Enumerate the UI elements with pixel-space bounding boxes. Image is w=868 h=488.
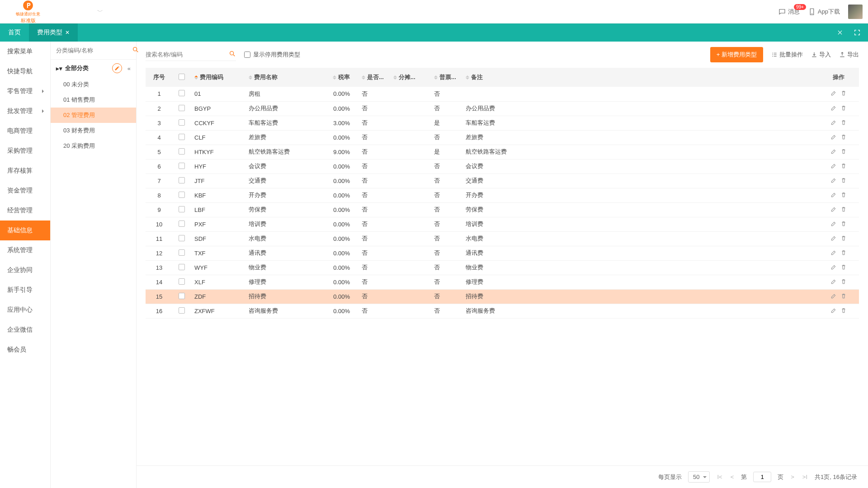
table-row[interactable]: 2BGYP办公用品费0.00%否否办公用品费 xyxy=(146,101,859,116)
row-edit-button[interactable] xyxy=(830,90,837,96)
row-checkbox[interactable] xyxy=(179,90,185,96)
cell-checkbox[interactable] xyxy=(173,202,191,217)
sidebar-item-13[interactable]: 应用中心 xyxy=(0,300,50,320)
cell-checkbox[interactable] xyxy=(173,275,191,289)
category-search-input[interactable] xyxy=(56,47,132,54)
row-delete-button[interactable] xyxy=(840,293,847,299)
row-edit-button[interactable] xyxy=(830,177,837,183)
category-item-1[interactable]: 01 销售费用 xyxy=(51,92,136,108)
pager-first-button[interactable]: I< xyxy=(716,473,723,481)
cell-checkbox[interactable] xyxy=(173,145,191,159)
table-row[interactable]: 14XLF修理费0.00%否否修理费 xyxy=(146,275,859,289)
table-row[interactable]: 12TXF通讯费0.00%否否通讯费 xyxy=(146,246,859,260)
add-expense-type-button[interactable]: + 新增费用类型 xyxy=(710,47,763,62)
table-row[interactable]: 13WYF物业费0.00%否否物业费 xyxy=(146,260,859,275)
sidebar-item-7[interactable]: 资金管理 xyxy=(0,181,50,201)
cell-checkbox[interactable] xyxy=(173,130,191,145)
row-checkbox[interactable] xyxy=(179,221,185,227)
col-note[interactable]: 备注 xyxy=(462,68,818,87)
row-edit-button[interactable] xyxy=(830,249,837,256)
row-edit-button[interactable] xyxy=(830,264,837,270)
show-disabled-checkbox[interactable]: 显示停用费用类型 xyxy=(244,51,300,59)
row-edit-button[interactable] xyxy=(830,206,837,212)
row-delete-button[interactable] xyxy=(840,249,847,256)
col-ticket[interactable]: 普票... xyxy=(426,68,462,87)
cell-checkbox[interactable] xyxy=(173,174,191,188)
row-checkbox[interactable] xyxy=(179,119,185,126)
table-row[interactable]: 4CLF差旅费0.00%否否差旅费 xyxy=(146,130,859,145)
col-code[interactable]: 费用编码 xyxy=(191,68,245,87)
cell-checkbox[interactable] xyxy=(173,260,191,275)
row-delete-button[interactable] xyxy=(840,221,847,227)
table-row[interactable]: 11SDF水电费0.00%否否水电费 xyxy=(146,231,859,246)
row-checkbox[interactable] xyxy=(179,192,185,198)
sidebar-item-4[interactable]: 电商管理 xyxy=(0,121,50,141)
col-rate[interactable]: 税率 xyxy=(317,68,354,87)
row-delete-button[interactable] xyxy=(840,105,847,111)
row-checkbox[interactable] xyxy=(179,177,185,183)
row-checkbox[interactable] xyxy=(179,307,185,314)
pager-page-input[interactable] xyxy=(753,472,771,482)
row-edit-button[interactable] xyxy=(830,163,837,169)
tabbar-close-button[interactable] xyxy=(834,26,846,39)
cell-checkbox[interactable] xyxy=(173,159,191,174)
tree-toggle-icon[interactable]: ▸▾ xyxy=(56,65,62,72)
cell-checkbox[interactable] xyxy=(173,101,191,116)
sidebar-item-5[interactable]: 采购管理 xyxy=(0,141,50,161)
row-checkbox[interactable] xyxy=(179,148,185,155)
col-name[interactable]: 费用名称 xyxy=(245,68,317,87)
row-checkbox[interactable] xyxy=(179,163,185,169)
row-delete-button[interactable] xyxy=(840,278,847,285)
sidebar-item-8[interactable]: 经营管理 xyxy=(0,201,50,221)
tab-close-icon[interactable]: ✕ xyxy=(65,29,70,36)
sidebar-item-9[interactable]: 基础信息 xyxy=(0,221,50,240)
row-delete-button[interactable] xyxy=(840,206,847,212)
category-item-2[interactable]: 02 管理费用 xyxy=(51,108,136,123)
table-row[interactable]: 10PXF培训费0.00%否否培训费 xyxy=(146,217,859,231)
sidebar-item-1[interactable]: 快捷导航 xyxy=(0,61,50,81)
sidebar-item-10[interactable]: 系统管理 xyxy=(0,240,50,260)
tab-0[interactable]: 首页 xyxy=(0,23,29,42)
row-edit-button[interactable] xyxy=(830,235,837,241)
table-row[interactable]: 3CCKYF车船客运费3.00%否是车船客运费 xyxy=(146,116,859,130)
col-share[interactable]: 分摊... xyxy=(390,68,426,87)
cell-checkbox[interactable] xyxy=(173,87,191,101)
row-edit-button[interactable] xyxy=(830,278,837,285)
table-row[interactable]: 15ZDF招待费0.00%否否招待费 xyxy=(146,289,859,304)
sidebar-item-15[interactable]: 畅会员 xyxy=(0,340,50,360)
table-row[interactable]: 7JTF交通费0.00%否否交通费 xyxy=(146,174,859,188)
row-checkbox[interactable] xyxy=(179,249,185,256)
collapse-panel-button[interactable]: « xyxy=(127,65,131,72)
row-delete-button[interactable] xyxy=(840,192,847,198)
row-checkbox[interactable] xyxy=(179,206,185,212)
row-checkbox[interactable] xyxy=(179,264,185,270)
row-checkbox[interactable] xyxy=(179,278,185,285)
row-edit-button[interactable] xyxy=(830,293,837,299)
export-button[interactable]: 导出 xyxy=(839,51,859,59)
table-row[interactable]: 6HYF会议费0.00%否否会议费 xyxy=(146,159,859,174)
row-edit-button[interactable] xyxy=(830,148,837,155)
table-row[interactable]: 5HTKYF航空铁路客运费9.00%否是航空铁路客运费 xyxy=(146,145,859,159)
cell-checkbox[interactable] xyxy=(173,188,191,202)
row-checkbox[interactable] xyxy=(179,105,185,111)
table-row[interactable]: 8KBF开办费0.00%否否开办费 xyxy=(146,188,859,202)
row-edit-button[interactable] xyxy=(830,105,837,111)
row-edit-button[interactable] xyxy=(830,221,837,227)
tab-1[interactable]: 费用类型✕ xyxy=(29,23,78,42)
batch-action-button[interactable]: 批量操作 xyxy=(771,51,803,59)
row-delete-button[interactable] xyxy=(840,119,847,126)
cell-checkbox[interactable] xyxy=(173,116,191,130)
row-checkbox[interactable] xyxy=(179,235,185,241)
pager-last-button[interactable]: >I xyxy=(802,473,808,481)
category-edit-button[interactable] xyxy=(112,63,122,73)
category-item-0[interactable]: 00 未分类 xyxy=(51,77,136,92)
row-edit-button[interactable] xyxy=(830,307,837,314)
row-delete-button[interactable] xyxy=(840,264,847,270)
app-download-button[interactable]: App下载 xyxy=(808,8,840,16)
avatar[interactable] xyxy=(848,5,863,19)
select-all-checkbox[interactable] xyxy=(179,74,185,80)
org-selector[interactable]: — ﹀ xyxy=(55,8,103,16)
row-checkbox[interactable] xyxy=(179,293,185,299)
col-yn[interactable]: 是否... xyxy=(354,68,390,87)
sidebar-item-12[interactable]: 新手引导 xyxy=(0,280,50,300)
